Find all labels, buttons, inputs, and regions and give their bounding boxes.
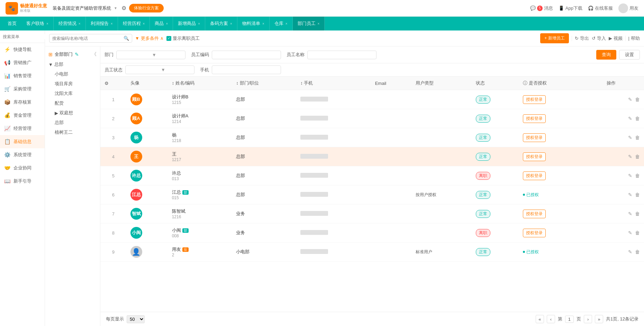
delete-icon[interactable]: 🗑 bbox=[635, 230, 640, 236]
more-filter-btn[interactable]: ▼ 更多条件 ∧ bbox=[135, 35, 164, 42]
query-btn[interactable]: 查询 bbox=[596, 50, 616, 60]
search-input-wrap[interactable]: 🔍 bbox=[49, 34, 132, 43]
edit-icon[interactable]: ✎ bbox=[628, 116, 632, 121]
filter-dept-select[interactable]: ▼ bbox=[116, 51, 185, 59]
filter-status-select[interactable]: ▼ bbox=[125, 65, 194, 74]
tab-goods[interactable]: 商品× bbox=[150, 17, 173, 30]
dept-item-head[interactable]: ▼ 总部 bbox=[45, 60, 100, 69]
sidebar-item-quick-nav[interactable]: ⚡ 快捷导航 bbox=[0, 43, 45, 56]
auth-btn[interactable]: 授权登录 bbox=[523, 114, 546, 123]
system-dropdown-icon[interactable]: ▼ bbox=[114, 6, 117, 10]
help-btn[interactable]: | 帮助 bbox=[628, 35, 640, 42]
import-btn[interactable]: ↺ 导入 bbox=[592, 35, 606, 42]
col-name[interactable]: ↕ 姓名/编码 bbox=[168, 77, 232, 90]
current-page[interactable]: 1 bbox=[565, 316, 574, 323]
tab-dept-staff[interactable]: 部门员工× bbox=[293, 17, 325, 30]
delete-icon[interactable]: 🗑 bbox=[635, 249, 640, 255]
edit-icon[interactable]: ✎ bbox=[628, 249, 632, 255]
edit-icon[interactable]: ✎ bbox=[628, 230, 632, 236]
edit-icon[interactable]: ✎ bbox=[628, 211, 632, 217]
col-phone[interactable]: ↕ 手机 bbox=[296, 77, 371, 90]
sidebar-search[interactable]: 🔍 bbox=[0, 30, 45, 43]
sidebar-item-finance[interactable]: 💰 资金管理 bbox=[0, 109, 45, 122]
sidebar-item-purchase[interactable]: 🛒 采购管理 bbox=[0, 82, 45, 96]
edit-icon[interactable]: ✎ bbox=[628, 173, 632, 178]
filter-emp-name-input[interactable] bbox=[307, 51, 377, 59]
last-page-btn[interactable]: » bbox=[595, 315, 603, 323]
edit-icon[interactable]: ✎ bbox=[628, 154, 632, 159]
tab-operation[interactable]: 经营情况× bbox=[54, 17, 86, 30]
prev-page-btn[interactable]: ‹ bbox=[547, 315, 555, 323]
auth-btn[interactable]: 授权登录 bbox=[523, 229, 546, 237]
sidebar-item-operation[interactable]: 📈 经营管理 bbox=[0, 122, 45, 135]
edit-icon[interactable]: ✎ bbox=[628, 135, 632, 140]
dept-item-delivery[interactable]: 配货 bbox=[45, 98, 100, 108]
tab-barcode[interactable]: 条码方案× bbox=[205, 17, 237, 30]
export-btn[interactable]: ↻ 导出 bbox=[575, 35, 589, 42]
try-btn[interactable]: 体验行业方案 bbox=[129, 4, 164, 12]
auth-btn[interactable]: 授权登录 bbox=[523, 210, 546, 218]
delete-icon[interactable]: 🗑 bbox=[635, 154, 640, 159]
tab-barcode-close[interactable]: × bbox=[230, 22, 232, 26]
tab-dept-staff-close[interactable]: × bbox=[318, 22, 320, 26]
tab-profit-close[interactable]: × bbox=[111, 22, 113, 26]
settings-icon[interactable]: ⚙ bbox=[121, 5, 126, 11]
sidebar-item-system[interactable]: ⚙️ 系统管理 bbox=[0, 148, 45, 161]
delete-icon[interactable]: 🗑 bbox=[635, 173, 640, 178]
dept-item-hq[interactable]: 总部 bbox=[45, 118, 100, 127]
delete-icon[interactable]: 🗑 bbox=[635, 135, 640, 140]
tab-bom[interactable]: 物料清单× bbox=[237, 17, 270, 30]
edit-icon[interactable]: ✎ bbox=[628, 97, 632, 102]
auth-btn[interactable]: 授权登录 bbox=[523, 95, 546, 104]
sidebar-item-marketing[interactable]: 📢 营销推广 bbox=[0, 56, 45, 69]
dept-item-small-elec[interactable]: 小电部 bbox=[45, 69, 100, 79]
tab-customer-close[interactable]: × bbox=[46, 22, 48, 26]
delete-icon[interactable]: 🗑 bbox=[635, 116, 640, 121]
auth-btn[interactable]: 授权登录 bbox=[523, 171, 546, 180]
tab-history[interactable]: 经营历程× bbox=[118, 17, 150, 30]
dept-item-double[interactable]: ▶ 双庭想 bbox=[45, 108, 100, 118]
sidebar-item-inventory[interactable]: 📦 库存核算 bbox=[0, 96, 45, 109]
col-dept[interactable]: ↕ 部门/职位 bbox=[232, 77, 296, 90]
search-input[interactable] bbox=[52, 36, 121, 41]
dept-item-wang[interactable]: 植树王二 bbox=[45, 127, 100, 137]
edit-icon[interactable]: ✎ bbox=[628, 192, 632, 197]
dept-edit-icon[interactable]: ✎ bbox=[75, 52, 79, 57]
sidebar-item-collab[interactable]: 🤝 企业协同 bbox=[0, 161, 45, 175]
page-size-select[interactable]: 50 100 bbox=[127, 315, 145, 323]
app-download-btn[interactable]: 📱 App下载 bbox=[559, 5, 582, 11]
delete-icon[interactable]: 🗑 bbox=[635, 192, 640, 197]
next-page-btn[interactable]: › bbox=[584, 315, 592, 323]
delete-icon[interactable]: 🗑 bbox=[635, 211, 640, 217]
show-resigned-checkbox[interactable]: ✓ 显示离职员工 bbox=[166, 35, 200, 42]
dept-item-project[interactable]: 项目库房 bbox=[45, 79, 100, 89]
tab-warehouse[interactable]: 仓库× bbox=[270, 17, 293, 30]
tab-goods-close[interactable]: × bbox=[166, 22, 168, 26]
first-page-btn[interactable]: « bbox=[536, 315, 544, 323]
add-employee-btn[interactable]: + 新增员工 bbox=[540, 33, 569, 43]
sidebar-item-basic-info[interactable]: 📋 基础信息 bbox=[0, 135, 45, 148]
tab-bom-close[interactable]: × bbox=[262, 22, 264, 26]
auth-btn[interactable]: 授权登录 bbox=[523, 133, 546, 142]
sidebar-item-guide[interactable]: 📖 新手引导 bbox=[0, 175, 45, 188]
tab-operation-close[interactable]: × bbox=[79, 22, 81, 26]
set-btn[interactable]: 设置 bbox=[619, 50, 640, 60]
tab-history-close[interactable]: × bbox=[143, 22, 145, 26]
tab-customer[interactable]: 客户联络× bbox=[21, 17, 54, 30]
dept-collapse-icon[interactable]: 《 bbox=[92, 51, 97, 58]
tab-profit[interactable]: 利润报告× bbox=[86, 17, 118, 30]
delete-icon[interactable]: 🗑 bbox=[635, 97, 640, 102]
filter-emp-code-input[interactable] bbox=[212, 51, 281, 59]
tab-add-goods-close[interactable]: × bbox=[198, 22, 200, 26]
online-service-btn[interactable]: 🎧 在线客服 bbox=[588, 5, 613, 11]
filter-phone-input[interactable] bbox=[212, 65, 281, 74]
col-settings[interactable]: ⚙ bbox=[100, 77, 126, 90]
tab-home[interactable]: 首页 bbox=[3, 17, 21, 30]
sidebar-item-sales[interactable]: 📊 销售管理 bbox=[0, 69, 45, 82]
notification-btn[interactable]: 💬 5 消息 bbox=[530, 5, 553, 11]
tab-warehouse-close[interactable]: × bbox=[285, 22, 288, 26]
user-avatar[interactable]: 用友 bbox=[618, 3, 638, 13]
auth-btn[interactable]: 授权登录 bbox=[523, 152, 546, 161]
dept-item-shenyang[interactable]: 沈阳大库 bbox=[45, 89, 100, 98]
tab-add-goods[interactable]: 新增商品× bbox=[173, 17, 205, 30]
